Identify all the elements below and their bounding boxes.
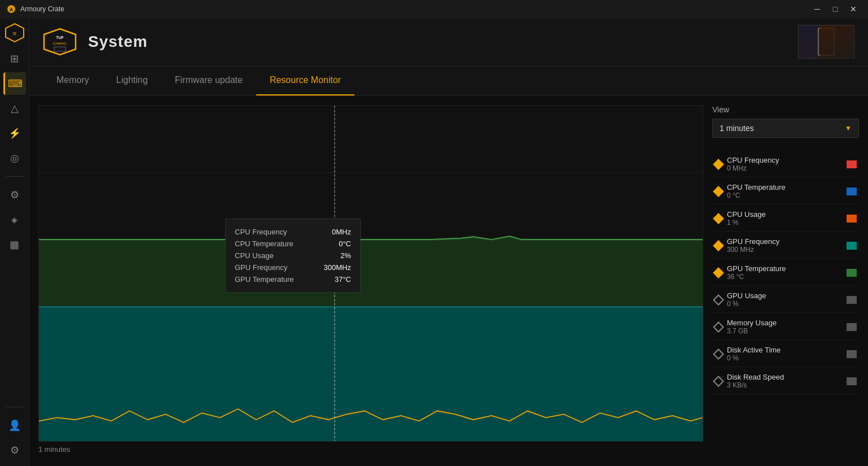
- chevron-down-icon: ▼: [845, 124, 852, 132]
- metric-name: Disk Read Speed: [727, 373, 842, 381]
- metric-diamond-icon: [713, 159, 724, 170]
- title-bar-left: A Armoury Crate: [7, 5, 64, 14]
- tooltip-row-cpu-usage: CPU Usage 2%: [235, 250, 351, 262]
- tooltip-label: CPU Temperature: [235, 239, 293, 248]
- maximize-button[interactable]: □: [827, 3, 843, 15]
- metric-color-swatch: [847, 160, 857, 168]
- tooltip-value: 2%: [340, 251, 351, 260]
- metric-value: 0 %: [727, 354, 842, 362]
- metric-info: Disk Active Time 0 %: [727, 346, 842, 362]
- metric-info: CPU Temperature 0 °C: [727, 183, 842, 199]
- tuf-logo: TUF GAMING: [43, 28, 77, 56]
- metric-info: GPU Temperature 36 °C: [727, 264, 842, 281]
- tab-memory[interactable]: Memory: [43, 66, 103, 95]
- sidebar-item-clean[interactable]: ◈: [3, 208, 26, 231]
- metric-info: GPU Frequency 300 MHz: [727, 237, 842, 254]
- dropdown-value: 1 minutes: [720, 124, 754, 133]
- metric-info: CPU Frequency 0 MHz: [727, 156, 842, 172]
- sidebar-item-gamepad[interactable]: ◎: [3, 147, 26, 169]
- svg-text:A: A: [10, 7, 14, 12]
- metric-info: GPU Usage 0 %: [727, 291, 842, 308]
- metric-color-swatch: [847, 296, 857, 304]
- view-section: View 1 minutes ▼: [712, 105, 859, 138]
- sidebar-item-flash[interactable]: ⚡: [3, 122, 26, 145]
- metric-diamond-icon: [713, 321, 724, 333]
- sidebar-item-user[interactable]: 👤: [3, 414, 26, 437]
- metric-info: Disk Read Speed 3 KB/s: [727, 373, 842, 389]
- metric-diamond-icon: [713, 267, 724, 278]
- nav-tabs: Memory Lighting Firmware update Resource…: [29, 66, 868, 96]
- metric-name: Disk Active Time: [727, 346, 842, 354]
- metric-item-disk-active: Disk Active Time 0 %: [712, 341, 859, 367]
- sidebar-divider-bottom: [6, 407, 23, 407]
- metric-value: 0 %: [727, 300, 842, 308]
- metric-item-memory-usage: Memory Usage 3.7 GB: [712, 314, 859, 340]
- sidebar-item-tools[interactable]: ⚙: [3, 184, 26, 206]
- chart-area: CPU Frequency 0MHz CPU Temperature 0°C C…: [38, 105, 703, 457]
- close-button[interactable]: ✕: [845, 3, 861, 15]
- metric-color-swatch: [847, 242, 857, 250]
- tooltip-row-gpu-temp: GPU Temperature 37°C: [235, 273, 351, 285]
- svg-text:TUF: TUF: [56, 36, 64, 40]
- metric-color-swatch: [847, 377, 857, 385]
- metric-item-gpu-usage: GPU Usage 0 %: [712, 287, 859, 313]
- tooltip-value: 0MHz: [332, 228, 351, 236]
- metric-item-disk-read: Disk Read Speed 3 KB/s: [712, 368, 859, 394]
- page-header: TUF GAMING System: [29, 18, 868, 66]
- metric-value: 0 MHz: [727, 164, 842, 172]
- metric-item-cpu-freq: CPU Frequency 0 MHz: [712, 151, 859, 177]
- sidebar-item-news[interactable]: ▦: [3, 233, 26, 256]
- main-content: CPU Frequency 0MHz CPU Temperature 0°C C…: [29, 96, 868, 466]
- metric-color-swatch: [847, 350, 857, 358]
- right-panel: View 1 minutes ▼: [712, 105, 859, 457]
- metric-item-gpu-temp: GPU Temperature 36 °C: [712, 260, 859, 286]
- metric-name: GPU Temperature: [727, 264, 842, 273]
- tooltip-value: 37°C: [335, 275, 351, 284]
- sidebar-item-device[interactable]: ⌨: [3, 72, 26, 95]
- app-body: ≡ ⊞ ⌨ △ ⚡ ◎ ⚙ ◈ ▦ 👤 ⚙ TUF GAMING: [0, 18, 868, 466]
- tab-resource-monitor[interactable]: Resource Monitor: [256, 66, 354, 95]
- metric-name: GPU Usage: [727, 291, 842, 300]
- metric-value: 36 °C: [727, 273, 842, 281]
- metric-name: Memory Usage: [727, 319, 842, 327]
- metric-color-swatch: [847, 323, 857, 331]
- sidebar-bottom: 👤 ⚙: [3, 402, 26, 461]
- tooltip-row-gpu-freq: GPU Frequency 300MHz: [235, 262, 351, 273]
- metric-value: 1 %: [727, 219, 842, 227]
- tooltip-label: GPU Frequency: [235, 263, 287, 272]
- chart-container: CPU Frequency 0MHz CPU Temperature 0°C C…: [38, 105, 703, 442]
- metric-value: 3 KB/s: [727, 381, 842, 389]
- sidebar-item-settings[interactable]: ⚙: [3, 439, 26, 461]
- metric-value: 3.7 GB: [727, 327, 842, 335]
- title-bar: A Armoury Crate ─ □ ✕: [0, 0, 868, 18]
- sidebar: ≡ ⊞ ⌨ △ ⚡ ◎ ⚙ ◈ ▦ 👤 ⚙: [0, 18, 29, 466]
- svg-text:≡: ≡: [12, 30, 16, 37]
- tooltip-row-cpu-freq: CPU Frequency 0MHz: [235, 226, 351, 238]
- sidebar-divider: [6, 176, 23, 177]
- window-controls: ─ □ ✕: [809, 3, 861, 15]
- tooltip-value: 300MHz: [324, 263, 351, 272]
- tooltip-label: CPU Usage: [235, 251, 274, 260]
- metric-diamond-icon: [713, 294, 724, 306]
- metric-item-cpu-usage: CPU Usage 1 %: [712, 206, 859, 232]
- metric-diamond-icon: [713, 349, 724, 360]
- metric-name: CPU Usage: [727, 210, 842, 219]
- svg-text:GAMING: GAMING: [53, 42, 67, 45]
- tooltip-value: 0°C: [339, 239, 351, 248]
- view-label: View: [712, 105, 859, 114]
- sidebar-item-home[interactable]: ⊞: [3, 47, 26, 70]
- tooltip-label: GPU Temperature: [235, 275, 294, 284]
- metric-diamond-icon: [713, 376, 724, 387]
- top-right-widget: [798, 25, 854, 59]
- header-logo: TUF GAMING: [43, 28, 77, 56]
- svg-marker-9: [39, 307, 703, 441]
- tab-firmware[interactable]: Firmware update: [161, 66, 256, 95]
- metric-diamond-icon: [713, 213, 724, 224]
- view-dropdown[interactable]: 1 minutes ▼: [712, 119, 859, 138]
- metric-diamond-icon: [713, 186, 724, 197]
- chart-svg: [39, 106, 703, 441]
- minimize-button[interactable]: ─: [809, 3, 825, 15]
- tab-lighting[interactable]: Lighting: [103, 66, 161, 95]
- sidebar-item-aura[interactable]: △: [3, 97, 26, 120]
- metric-name: CPU Temperature: [727, 183, 842, 191]
